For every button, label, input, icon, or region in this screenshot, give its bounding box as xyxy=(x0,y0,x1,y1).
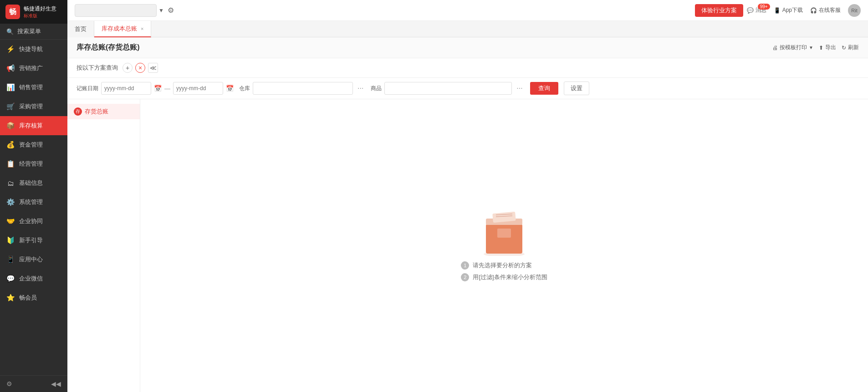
industry-btn[interactable]: 体验行业方案 xyxy=(695,4,743,17)
sidebar-item-label: 销售管理 xyxy=(19,83,43,92)
logo-icon: 畅 xyxy=(5,5,20,19)
svg-rect-3 xyxy=(497,229,511,238)
sidebar-item-quick-nav[interactable]: ⚡ 快捷导航 xyxy=(0,40,67,59)
filter-title: 按以下方案查询 xyxy=(77,64,118,72)
topbar-search-area: ▼ ⚙ xyxy=(75,4,691,17)
goods-input[interactable] xyxy=(384,82,512,95)
vip-icon: ⭐ xyxy=(6,294,15,302)
sidebar-item-label: 企业微信 xyxy=(19,275,43,283)
topbar-app-download[interactable]: 📱 App下载 xyxy=(774,6,803,14)
print-btn[interactable]: 🖨 按模板打印 ▼ xyxy=(772,44,813,51)
goods-filter-field: 商品 ··· xyxy=(371,82,524,95)
filter-row: 记账日期 📅 — 📅 仓库 ··· 商品 ··· 查询 设置 xyxy=(67,78,868,99)
topbar-online-service[interactable]: 🎧 在线客服 xyxy=(810,6,841,14)
sidebar-item-vip[interactable]: ⭐ 畅会员 xyxy=(0,288,67,307)
marketing-icon: 📢 xyxy=(6,64,15,72)
filter-settings-btn[interactable]: 设置 xyxy=(564,81,589,95)
scheme-panel: 存 存货总账 xyxy=(67,99,140,392)
sidebar-settings-btn[interactable]: ⚙ xyxy=(6,380,12,387)
app-icon: 📱 xyxy=(774,7,781,14)
empty-tips: 1 请先选择要分析的方案 2 用[过滤]条件来缩小分析范围 xyxy=(461,261,547,281)
sidebar-item-wechat[interactable]: 💬 企业微信 xyxy=(0,269,67,288)
sidebar-item-newbie[interactable]: 🔰 新手引导 xyxy=(0,231,67,250)
app-logo: 畅 畅捷通好生意 标准版 xyxy=(0,0,67,24)
export-btn[interactable]: ⬆ 导出 xyxy=(819,44,836,51)
empty-tip-2: 2 用[过滤]条件来缩小分析范围 xyxy=(461,273,547,281)
page-title: 库存总账(存货总账) xyxy=(77,43,140,52)
service-label: 在线客服 xyxy=(819,6,841,14)
date-start-input[interactable] xyxy=(101,82,151,95)
sidebar-item-apps[interactable]: 📱 应用中心 xyxy=(0,250,67,269)
topbar-gear-icon[interactable]: ⚙ xyxy=(168,6,174,15)
sidebar-item-purchase[interactable]: 🛒 采购管理 xyxy=(0,97,67,116)
tip-text-1: 请先选择要分析的方案 xyxy=(473,261,532,270)
filter-remove-btn[interactable]: × xyxy=(135,63,145,73)
active-tab-label: 库存成本总账 xyxy=(102,25,137,33)
finance-icon: 💰 xyxy=(6,141,15,149)
sidebar-item-operations[interactable]: 📋 经营管理 xyxy=(0,154,67,173)
topbar-messages[interactable]: 💬 消息 99+ xyxy=(747,6,766,14)
operations-icon: 📋 xyxy=(6,160,15,168)
sidebar-item-marketing[interactable]: 📢 营销推广 xyxy=(0,59,67,78)
export-label: 导出 xyxy=(825,44,836,51)
sidebar-collapse-btn[interactable]: ◀◀ xyxy=(51,380,61,387)
sidebar-item-label: 资金管理 xyxy=(19,141,43,149)
sidebar-item-inventory[interactable]: 📦 库存核算 xyxy=(0,116,67,135)
wechat-icon: 💬 xyxy=(6,275,15,283)
tip-num-2: 2 xyxy=(461,273,469,281)
export-icon: ⬆ xyxy=(819,45,823,51)
enterprise-icon: 🤝 xyxy=(6,217,15,225)
page-content: 库存总账(存货总账) 🖨 按模板打印 ▼ ⬆ 导出 ↻ 刷新 按以下方案查询 xyxy=(67,37,868,392)
sidebar-item-enterprise[interactable]: 🤝 企业协同 xyxy=(0,212,67,231)
goods-label: 商品 xyxy=(371,85,382,92)
sidebar-nav: ⚡ 快捷导航 📢 营销推广 📊 销售管理 🛒 采购管理 📦 库存核算 💰 资金管… xyxy=(0,40,67,375)
empty-illustration xyxy=(477,210,531,256)
filter-add-btn[interactable]: + xyxy=(123,63,133,73)
refresh-btn[interactable]: ↻ 刷新 xyxy=(842,44,859,51)
sidebar-item-label: 库存核算 xyxy=(19,122,43,130)
warehouse-label: 仓库 xyxy=(239,85,250,92)
tip-num-1: 1 xyxy=(461,261,469,270)
tab-close-btn[interactable]: × xyxy=(141,26,143,31)
user-avatar[interactable]: Rit xyxy=(848,4,861,17)
sidebar-item-label: 采购管理 xyxy=(19,102,43,111)
print-icon: 🖨 xyxy=(772,45,778,51)
message-icon: 💬 xyxy=(747,7,754,14)
filter-bar: 按以下方案查询 + × ≪ xyxy=(67,58,868,78)
scheme-item-inventory[interactable]: 存 存货总账 xyxy=(67,104,140,119)
tip-text-2: 用[过滤]条件来缩小分析范围 xyxy=(473,273,547,281)
warehouse-input[interactable] xyxy=(253,82,353,95)
goods-more-btn[interactable]: ··· xyxy=(515,84,524,92)
tab-inventory-ledger[interactable]: 库存成本总账 × xyxy=(94,21,151,37)
sidebar-item-sales[interactable]: 📊 销售管理 xyxy=(0,78,67,97)
date-separator: — xyxy=(164,85,170,92)
refresh-icon: ↻ xyxy=(842,45,846,51)
cal-end-icon[interactable]: 📅 xyxy=(226,85,234,92)
inventory-icon: 📦 xyxy=(6,122,15,130)
sidebar-item-basic[interactable]: 🗂 基础信息 xyxy=(0,173,67,193)
messages-badge: 99+ xyxy=(758,4,770,10)
sidebar: 畅 畅捷通好生意 标准版 🔍 搜索菜单 ⚡ 快捷导航 📢 营销推广 📊 销售管理… xyxy=(0,0,67,392)
date-filter-field: 记账日期 📅 — 📅 xyxy=(77,82,234,95)
sidebar-item-label: 基础信息 xyxy=(19,179,43,187)
basic-icon: 🗂 xyxy=(6,179,15,187)
system-icon: ⚙️ xyxy=(6,198,15,206)
topbar-dropdown-icon[interactable]: ▼ xyxy=(158,7,164,14)
app-download-label: App下载 xyxy=(782,6,803,14)
date-label: 记账日期 xyxy=(77,85,98,92)
sidebar-item-label: 营销推广 xyxy=(19,64,43,72)
date-end-input[interactable] xyxy=(173,82,223,95)
sidebar-item-finance[interactable]: 💰 资金管理 xyxy=(0,135,67,154)
tab-home[interactable]: 首页 xyxy=(67,21,94,37)
filter-collapse-btn[interactable]: ≪ xyxy=(148,63,158,73)
home-tab-label: 首页 xyxy=(75,25,87,33)
sidebar-search[interactable]: 🔍 搜索菜单 xyxy=(0,24,67,40)
query-btn[interactable]: 查询 xyxy=(530,82,558,95)
sidebar-item-system[interactable]: ⚙️ 系统管理 xyxy=(0,193,67,212)
warehouse-more-btn[interactable]: ··· xyxy=(356,84,365,92)
topbar-search-input[interactable] xyxy=(75,4,157,17)
empty-state: 1 请先选择要分析的方案 2 用[过滤]条件来缩小分析范围 xyxy=(140,99,868,392)
cal-start-icon[interactable]: 📅 xyxy=(154,85,162,92)
scheme-item-icon: 存 xyxy=(74,107,82,116)
app-sub: 标准版 xyxy=(24,13,56,19)
